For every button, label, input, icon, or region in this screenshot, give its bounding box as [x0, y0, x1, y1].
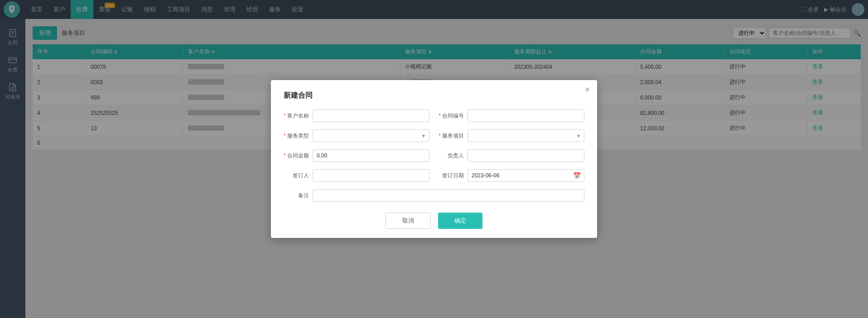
service-item-select[interactable] [468, 129, 584, 142]
form-group-person-in-charge: 负责人 [439, 149, 584, 162]
sign-date-input[interactable] [468, 169, 584, 182]
form-group-service-item: 服务项目 [439, 129, 584, 142]
customer-name-label: 客户名称 [284, 112, 309, 120]
remark-label: 备注 [284, 192, 309, 199]
person-in-charge-input[interactable] [468, 149, 584, 162]
service-type-select[interactable] [313, 129, 429, 142]
signer-label: 签订人 [284, 172, 309, 180]
person-in-charge-label: 负责人 [439, 152, 464, 160]
sign-date-label: 签订日期 [439, 172, 464, 180]
form-group-sign-date: 签订日期 📅 [439, 169, 584, 182]
modal-title: 新建合同 [284, 91, 584, 100]
contract-amount-input[interactable] [313, 149, 429, 162]
confirm-button[interactable]: 确定 [438, 213, 482, 229]
modal-close-button[interactable]: × [585, 85, 590, 94]
form-row-5: 备注 [284, 189, 584, 202]
service-item-select-wrapper [468, 129, 584, 142]
create-contract-modal: × 新建合同 客户名称 合同编号 服务类型 [271, 80, 597, 238]
form-group-amount: 合同金额 [284, 149, 429, 162]
form-row-4: 签订人 签订日期 📅 [284, 169, 584, 182]
form-group-remark: 备注 [284, 189, 584, 202]
contract-no-label: 合同编号 [439, 112, 464, 120]
customer-name-input[interactable] [313, 109, 429, 122]
service-type-label: 服务类型 [284, 132, 309, 140]
form-row-2: 服务类型 服务项目 [284, 129, 584, 142]
sign-date-wrapper: 📅 [468, 169, 584, 182]
contract-no-input[interactable] [468, 109, 584, 122]
service-item-label: 服务项目 [439, 132, 464, 140]
contract-amount-label: 合同金额 [284, 152, 309, 160]
calendar-icon[interactable]: 📅 [573, 172, 581, 179]
modal-overlay[interactable]: × 新建合同 客户名称 合同编号 服务类型 [0, 0, 868, 318]
form-group-signer: 签订人 [284, 169, 429, 182]
form-group-customer: 客户名称 [284, 109, 429, 122]
cancel-button[interactable]: 取消 [386, 213, 431, 229]
signer-input[interactable] [313, 169, 429, 182]
modal-footer: 取消 确定 [284, 213, 584, 229]
form-row-3: 合同金额 负责人 [284, 149, 584, 162]
form-group-contract-no: 合同编号 [439, 109, 584, 122]
service-type-select-wrapper [313, 129, 429, 142]
remark-input[interactable] [313, 189, 584, 202]
form-group-service-type: 服务类型 [284, 129, 429, 142]
form-row-1: 客户名称 合同编号 [284, 109, 584, 122]
